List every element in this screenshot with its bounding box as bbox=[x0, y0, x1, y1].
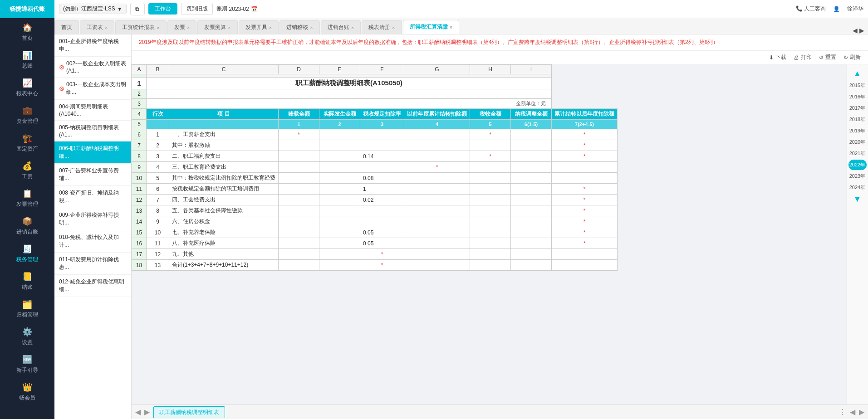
row-8-c7[interactable]: * bbox=[552, 151, 618, 162]
sidebar-item-salary[interactable]: 💰 工资 bbox=[0, 156, 54, 184]
row-16-c1[interactable] bbox=[279, 238, 319, 249]
row-6-c4[interactable] bbox=[404, 129, 470, 140]
row-13-c2[interactable] bbox=[319, 205, 360, 216]
row-8-item[interactable]: 二、职工福利费支出 bbox=[169, 151, 279, 162]
row-17-item[interactable]: 九、其他 bbox=[169, 249, 279, 260]
row-15-seq[interactable]: 10 bbox=[147, 227, 169, 238]
row-16-c3[interactable]: 0.05 bbox=[360, 238, 404, 249]
row-14-c3[interactable] bbox=[360, 216, 404, 227]
tab-income-tax-close[interactable]: × bbox=[450, 24, 452, 30]
row-18-c1[interactable] bbox=[279, 260, 319, 271]
year-2020[interactable]: 2020年 bbox=[848, 137, 867, 147]
row-17-c4[interactable] bbox=[404, 249, 470, 260]
sidebar-item-invoice[interactable]: 📋 发票管理 bbox=[0, 184, 54, 212]
row-13-item[interactable]: 五、各类基本社会保障性缴款 bbox=[169, 205, 279, 216]
left-item-012[interactable]: 012-减免企业所得税优惠明细... bbox=[54, 275, 131, 297]
year-2017[interactable]: 2017年 bbox=[848, 103, 867, 113]
row-8-c4[interactable] bbox=[404, 151, 470, 162]
tab-prev-icon[interactable]: ◀ bbox=[853, 27, 858, 34]
row-12-seq[interactable]: 7 bbox=[147, 195, 169, 205]
sidebar-item-assets[interactable]: 🏗️ 固定资产 bbox=[0, 129, 54, 156]
row-16-seq[interactable]: 11 bbox=[147, 238, 169, 249]
tab-invoice-issue[interactable]: 发票开具 × bbox=[239, 20, 279, 34]
sidebar-item-vip[interactable]: 👑 畅会员 bbox=[0, 378, 54, 405]
row-6-seq[interactable]: 1 bbox=[147, 129, 169, 140]
sheet-scroll-right[interactable]: ▶ bbox=[859, 408, 864, 416]
refresh-button[interactable]: ↻ 刷新 bbox=[843, 54, 861, 61]
left-item-001[interactable]: 001-企业所得税年度纳税申... bbox=[54, 34, 131, 57]
tab-tax-book[interactable]: 税表清册 × bbox=[362, 20, 402, 34]
row-13-c1[interactable] bbox=[279, 205, 319, 216]
row-6-c6[interactable] bbox=[511, 129, 552, 140]
left-item-008[interactable]: 008-资产折旧、摊销及纳税... bbox=[54, 186, 131, 208]
year-down-icon[interactable]: ▼ bbox=[853, 195, 862, 204]
year-2024[interactable]: 2024年 bbox=[848, 182, 867, 193]
row-8-c5[interactable]: * bbox=[470, 151, 511, 162]
row-18-c2[interactable] bbox=[319, 260, 360, 271]
row-15-c2[interactable] bbox=[319, 227, 360, 238]
row-12-c1[interactable] bbox=[279, 195, 319, 205]
row-13-c6[interactable] bbox=[511, 205, 552, 216]
download-button[interactable]: ⬇ 下载 bbox=[769, 54, 786, 61]
year-2021[interactable]: 2021年 bbox=[848, 148, 867, 159]
row-8-seq[interactable]: 3 bbox=[147, 151, 169, 162]
row-14-c6[interactable] bbox=[511, 216, 552, 227]
row-7-c3[interactable] bbox=[360, 140, 404, 151]
left-item-011[interactable]: 011-研发费用加计扣除优惠... bbox=[54, 253, 131, 275]
row-6-c2[interactable] bbox=[319, 129, 360, 140]
row-15-c6[interactable] bbox=[511, 227, 552, 238]
year-up-icon[interactable]: ▲ bbox=[853, 69, 862, 78]
row-8-c6[interactable] bbox=[511, 151, 552, 162]
row-10-c2[interactable] bbox=[319, 173, 360, 184]
year-2016[interactable]: 2016年 bbox=[848, 92, 867, 102]
tab-stock-audit[interactable]: 进销稽核 × bbox=[280, 20, 319, 34]
row-17-c6[interactable] bbox=[511, 249, 552, 260]
row-7-c5[interactable] bbox=[470, 140, 511, 151]
left-item-005[interactable]: 005-纳税调整项目明细表(A1... bbox=[54, 121, 131, 141]
row-13-c3[interactable] bbox=[360, 205, 404, 216]
row-6-c5[interactable]: * bbox=[470, 129, 511, 140]
row-7-c7[interactable]: * bbox=[552, 140, 618, 151]
row-11-c4[interactable] bbox=[404, 184, 470, 195]
row-10-c3[interactable]: 0.08 bbox=[360, 173, 404, 184]
row-16-item[interactable]: 八、补充医疗保险 bbox=[169, 238, 279, 249]
row-7-c1[interactable] bbox=[279, 140, 319, 151]
sidebar-item-tax[interactable]: 🧾 税务管理 bbox=[0, 239, 54, 267]
sheet-nav-right[interactable]: ▶ bbox=[144, 408, 150, 416]
row-12-c2[interactable] bbox=[319, 195, 360, 205]
row-15-c4[interactable] bbox=[404, 227, 470, 238]
row-15-c3[interactable]: 0.05 bbox=[360, 227, 404, 238]
row-18-c7[interactable] bbox=[552, 260, 618, 271]
tab-next-icon[interactable]: ▶ bbox=[859, 27, 864, 34]
row-11-c7[interactable]: * bbox=[552, 184, 618, 195]
row-11-c1[interactable] bbox=[279, 184, 319, 195]
left-item-010[interactable]: 010-免税、减计收入及加计... bbox=[54, 230, 131, 253]
row-14-c2[interactable] bbox=[319, 216, 360, 227]
row-15-item[interactable]: 七、补充养老保险 bbox=[169, 227, 279, 238]
row-7-c6[interactable] bbox=[511, 140, 552, 151]
spreadsheet-area[interactable]: A B C D E F G H I bbox=[132, 64, 846, 404]
tab-stock-ledger-close[interactable]: × bbox=[351, 25, 354, 30]
row-8-c2[interactable] bbox=[319, 151, 360, 162]
copy-button[interactable]: ⧉ bbox=[130, 3, 145, 15]
row-17-c2[interactable] bbox=[319, 249, 360, 260]
row-9-c1[interactable] bbox=[279, 162, 319, 173]
row-9-seq[interactable]: 4 bbox=[147, 162, 169, 173]
row-9-c3[interactable] bbox=[360, 162, 404, 173]
tab-stock-audit-close[interactable]: × bbox=[310, 25, 313, 30]
row-11-c3[interactable]: 1 bbox=[360, 184, 404, 195]
row-6-c3[interactable] bbox=[360, 129, 404, 140]
row-15-c1[interactable] bbox=[279, 227, 319, 238]
sidebar-item-archive[interactable]: 🗂️ 归档管理 bbox=[0, 295, 54, 322]
row-10-c4[interactable] bbox=[404, 173, 470, 184]
sidebar-item-home[interactable]: 🏠 首页 bbox=[0, 18, 54, 46]
row-14-c4[interactable] bbox=[404, 216, 470, 227]
period-selector[interactable]: 账期 2023-02 📅 bbox=[216, 5, 258, 13]
tab-invoice-calc[interactable]: 发票测算 × bbox=[197, 20, 237, 34]
sidebar-item-ledger[interactable]: 📊 总账 bbox=[0, 46, 54, 73]
company-selector[interactable]: (勿删）江西股宝-LSS ▼ bbox=[59, 4, 127, 14]
row-8-c1[interactable] bbox=[279, 151, 319, 162]
row-8-c3[interactable]: 0.14 bbox=[360, 151, 404, 162]
row-12-c7[interactable]: * bbox=[552, 195, 618, 205]
row-14-item[interactable]: 六、住房公积金 bbox=[169, 216, 279, 227]
